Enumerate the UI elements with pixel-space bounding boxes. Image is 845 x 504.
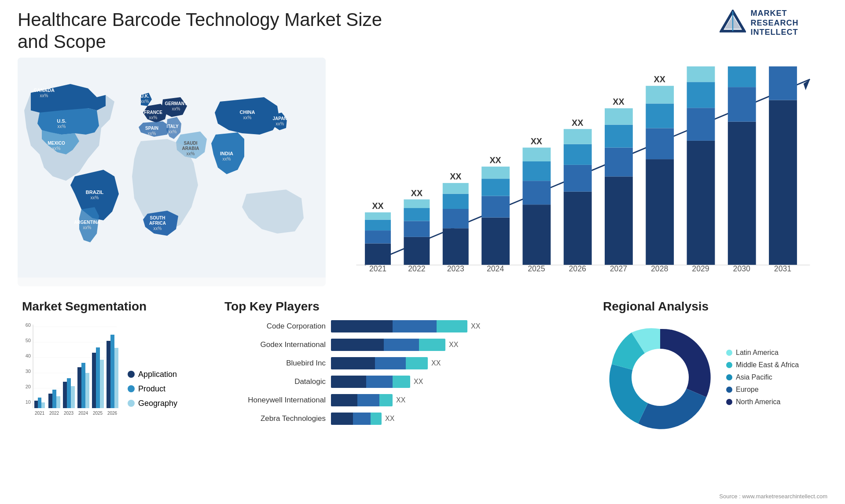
svg-rect-123	[63, 382, 67, 408]
svg-rect-40	[365, 219, 391, 230]
svg-rect-87	[687, 108, 715, 141]
legend-label-geography: Geography	[138, 399, 177, 408]
svg-text:GERMANY: GERMANY	[165, 101, 187, 106]
svg-rect-116	[38, 398, 41, 408]
player-value-3: XX	[431, 359, 441, 367]
svg-text:20: 20	[26, 384, 31, 389]
player-name-3: Bluebird Inc	[224, 359, 326, 368]
chart-section: XX 2021 XX 2022 XX 2023	[334, 58, 827, 286]
svg-text:CHINA: CHINA	[240, 110, 255, 115]
regional-title: Regional Analysis	[603, 299, 823, 314]
svg-text:2021: 2021	[35, 411, 45, 416]
logo-text: MARKET RESEARCH INTELLECT	[750, 9, 798, 37]
svg-text:XX: XX	[531, 136, 542, 146]
svg-rect-44	[404, 237, 430, 265]
svg-rect-56	[481, 217, 510, 265]
legend-item-product: Product	[128, 384, 177, 394]
svg-rect-117	[41, 402, 45, 408]
svg-text:SOUTH: SOUTH	[150, 215, 165, 220]
svg-text:ITALY: ITALY	[166, 124, 179, 129]
svg-text:JAPAN: JAPAN	[272, 116, 287, 121]
seg-legend: Application Product Geography	[128, 370, 177, 421]
regional-legend-item-apac: Asia Pacific	[726, 373, 799, 381]
svg-rect-89	[687, 66, 715, 82]
donut-container: Latin America Middle East & Africa Asia …	[603, 320, 823, 435]
svg-text:xx%: xx%	[52, 146, 61, 151]
player-name-2: Godex International	[224, 340, 326, 349]
svg-text:ARABIA: ARABIA	[182, 146, 199, 151]
player-row-6: Zebra Technologies XX	[224, 413, 577, 425]
svg-text:10: 10	[26, 399, 31, 405]
svg-text:xx%: xx%	[149, 115, 158, 120]
regional-legend-item-na: North America	[726, 398, 799, 406]
svg-rect-135	[107, 341, 110, 408]
svg-text:XX: XX	[654, 74, 665, 84]
regional-legend-item-europe: Europe	[726, 386, 799, 394]
legend-dot-application	[128, 371, 135, 378]
header: Healthcare Barcode Technology Market Siz…	[18, 9, 827, 53]
svg-rect-133	[100, 360, 104, 408]
svg-text:xx%: xx%	[276, 121, 284, 126]
svg-text:XX: XX	[613, 97, 624, 106]
svg-text:2026: 2026	[107, 411, 118, 416]
svg-text:xx%: xx%	[148, 131, 156, 136]
svg-text:SPAIN: SPAIN	[145, 126, 158, 131]
player-bar-5	[331, 394, 393, 406]
svg-rect-39	[365, 230, 391, 243]
regional-legend-dot-mea	[726, 362, 732, 368]
svg-rect-77	[605, 108, 633, 124]
svg-text:2031: 2031	[774, 264, 791, 273]
player-bar-container-1: XX	[331, 320, 480, 332]
player-name-5: Honeywell International	[224, 396, 326, 405]
player-bar-1	[331, 320, 467, 332]
svg-text:XX: XX	[372, 201, 383, 211]
svg-rect-94	[728, 66, 756, 87]
svg-rect-82	[646, 103, 674, 128]
svg-text:INDIA: INDIA	[220, 151, 233, 156]
svg-rect-45	[404, 221, 430, 237]
svg-rect-71	[564, 129, 592, 144]
svg-text:CANADA: CANADA	[33, 88, 55, 93]
logo-area: MARKET RESEARCH INTELLECT	[691, 9, 827, 37]
segmentation-section: Market Segmentation 60 50 40 30 20 10	[18, 299, 202, 435]
svg-rect-97	[769, 100, 797, 265]
svg-text:XX: XX	[411, 188, 422, 197]
svg-rect-120	[52, 390, 56, 408]
svg-text:SAUDI: SAUDI	[184, 141, 197, 146]
svg-text:2024: 2024	[78, 411, 88, 416]
player-bar-container-6: XX	[331, 413, 394, 425]
regional-legend-item-mea: Middle East & Africa	[726, 361, 799, 369]
svg-text:2026: 2026	[569, 264, 586, 273]
players-section: Top Key Players Code Corporation XX Gode…	[216, 299, 585, 435]
svg-text:xx%: xx%	[187, 151, 195, 156]
svg-text:2030: 2030	[733, 264, 750, 273]
svg-text:MEXICO: MEXICO	[48, 141, 65, 146]
player-row-4: Datalogic XX	[224, 376, 577, 388]
svg-rect-125	[71, 386, 75, 408]
svg-rect-115	[34, 401, 38, 408]
player-bar-6	[331, 413, 382, 425]
svg-rect-69	[564, 165, 592, 192]
svg-text:2022: 2022	[49, 411, 59, 416]
svg-rect-129	[85, 373, 89, 408]
svg-text:60: 60	[26, 322, 31, 328]
regional-legend-dot-europe	[726, 387, 732, 393]
svg-text:xx%: xx%	[83, 225, 92, 230]
svg-text:50: 50	[26, 338, 31, 343]
regional-legend: Latin America Middle East & Africa Asia …	[726, 349, 799, 406]
svg-rect-86	[687, 141, 715, 265]
svg-rect-127	[77, 367, 81, 408]
svg-rect-92	[728, 121, 756, 265]
player-name-4: Datalogic	[224, 377, 326, 386]
svg-text:2021: 2021	[369, 264, 386, 273]
svg-rect-70	[564, 144, 592, 165]
regional-section: Regional Analysis	[599, 299, 827, 435]
svg-text:xx%: xx%	[243, 115, 252, 120]
svg-text:xx%: xx%	[141, 99, 149, 104]
player-row-5: Honeywell International XX	[224, 394, 577, 406]
svg-rect-63	[522, 181, 551, 205]
player-name-1: Code Corporation	[224, 322, 326, 331]
bar-chart-svg: XX 2021 XX 2022 XX 2023	[343, 66, 819, 282]
svg-text:xx%: xx%	[154, 226, 162, 231]
svg-text:FRANCE: FRANCE	[144, 110, 162, 115]
